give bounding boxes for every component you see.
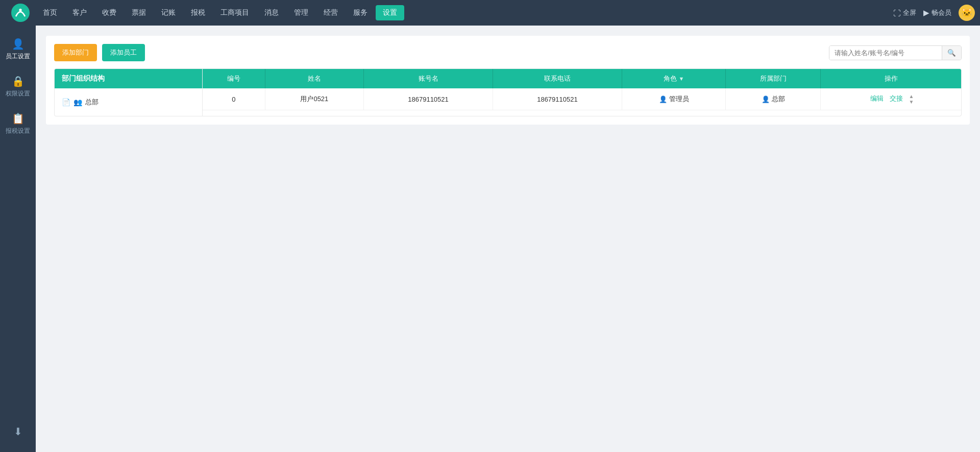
dept-tree: 📄 👥 总部 [55,88,202,116]
dept-tree-label: 总部 [85,98,99,107]
sidebar-item-tax-settings[interactable]: 📋 报税设置 [0,105,36,142]
nav-item-message[interactable]: 消息 [257,5,286,20]
table-panel: 编号 姓名 账号名 联系电话 角色 ▼ 所属部门 操作 [203,69,961,116]
download-icon: ⬇ [14,425,22,438]
col-header-action: 操作 [821,69,961,88]
role-user-icon: 👤 [659,96,667,103]
permission-icon: 🔒 [12,75,24,87]
nav-item-tax[interactable]: 报税 [184,5,212,20]
sidebar-tax-label: 报税设置 [6,127,30,135]
nav-item-business[interactable]: 工商项目 [213,5,256,20]
col-header-id: 编号 [203,69,265,88]
fullscreen-label: 全屏 [903,8,916,17]
cell-actions: 编辑 交接 ▲ ▼ [821,88,961,110]
nav-item-settings[interactable]: 设置 [376,5,404,20]
scroll-up-arrow[interactable]: ▲ [909,93,914,99]
sidebar-permission-label: 权限设置 [6,89,30,98]
scroll-down-arrow[interactable]: ▼ [909,99,914,105]
nav-item-customer[interactable]: 客户 [65,5,94,20]
search-icon: 🔍 [947,49,956,57]
edit-link[interactable]: 编辑 [870,94,884,102]
sidebar-employee-label: 员工设置 [6,52,30,61]
toolbar: 添加部门 添加员工 🔍 [54,44,962,61]
cell-role: 👤 管理员 [622,88,725,110]
fullscreen-icon: ⛶ [893,9,901,17]
cell-dept: 👤 总部 [726,88,821,110]
nav-items: 首页 客户 收费 票据 记账 报税 工商项目 消息 管理 经营 服务 设置 [36,5,893,20]
cell-name: 用户0521 [265,88,363,110]
col-header-name: 姓名 [265,69,363,88]
sidebar-item-employee[interactable]: 👤 员工设置 [0,31,36,68]
sidebar-item-download[interactable]: ⬇ [14,418,22,445]
search-box: 🔍 [829,45,962,60]
user-group-icon: 👥 [74,98,82,106]
member-icon: ▶ [923,8,929,17]
tax-settings-icon: 📋 [12,112,24,125]
svg-point-1 [19,9,21,11]
cell-account: 18679110521 [364,88,493,110]
logo [5,4,36,22]
member-button[interactable]: ▶ 畅会员 [923,8,951,17]
dept-panel-header: 部门组织结构 [55,69,202,88]
dept-user-icon: 👤 [762,96,770,103]
sidebar: 👤 员工设置 🔒 权限设置 📋 报税设置 ⬇ [0,26,36,452]
nav-right: ⛶ 全屏 ▶ 畅会员 🐱 [893,5,975,21]
content-card: 添加部门 添加员工 🔍 部门组织结构 📄 👥 总部 [46,36,970,125]
main-content: 添加部门 添加员工 🔍 部门组织结构 📄 👥 总部 [36,26,980,452]
nav-item-fee[interactable]: 收费 [95,5,124,20]
avatar[interactable]: 🐱 [959,5,975,21]
dept-panel: 部门组织结构 📄 👥 总部 [55,69,203,116]
role-badge: 👤 管理员 [659,94,689,104]
nav-item-home[interactable]: 首页 [36,5,64,20]
add-dept-button[interactable]: 添加部门 [54,44,97,61]
fullscreen-button[interactable]: ⛶ 全屏 [893,8,916,17]
nav-item-manage[interactable]: 管理 [287,5,315,20]
cell-phone: 18679110521 [493,88,622,110]
nav-item-operation[interactable]: 经营 [316,5,345,20]
transfer-link[interactable]: 交接 [890,94,903,102]
nav-item-accounting[interactable]: 记账 [154,5,183,20]
member-label: 畅会员 [932,8,951,17]
file-icon: 📄 [62,98,70,106]
table-row: 0 用户0521 18679110521 18679110521 👤 管理员 [203,88,961,110]
sidebar-item-permission[interactable]: 🔒 权限设置 [0,68,36,105]
col-header-phone: 联系电话 [493,69,622,88]
col-header-dept: 所属部门 [726,69,821,88]
data-table: 编号 姓名 账号名 联系电话 角色 ▼ 所属部门 操作 [203,69,961,110]
nav-item-service[interactable]: 服务 [346,5,375,20]
employee-icon: 👤 [12,38,24,50]
nav-item-bill[interactable]: 票据 [125,5,153,20]
cell-id: 0 [203,88,265,110]
split-layout: 部门组织结构 📄 👥 总部 编号 姓名 账号名 [54,68,962,116]
role-filter[interactable]: 角色 ▼ [664,74,684,83]
add-employee-button[interactable]: 添加员工 [102,44,145,61]
col-header-account: 账号名 [364,69,493,88]
search-input[interactable] [829,46,942,60]
svg-point-0 [11,4,30,22]
top-nav: 首页 客户 收费 票据 记账 报税 工商项目 消息 管理 经营 服务 设置 ⛶ … [0,0,980,26]
sidebar-bottom: ⬇ [14,418,22,452]
filter-icon: ▼ [679,76,684,82]
table-header-row: 编号 姓名 账号名 联系电话 角色 ▼ 所属部门 操作 [203,69,961,88]
scroll-arrows: ▲ ▼ [909,93,914,105]
dept-badge: 👤 总部 [762,94,785,104]
dept-tree-item[interactable]: 📄 👥 总部 [55,93,202,111]
col-header-role: 角色 ▼ [622,69,725,88]
search-button[interactable]: 🔍 [942,46,961,60]
